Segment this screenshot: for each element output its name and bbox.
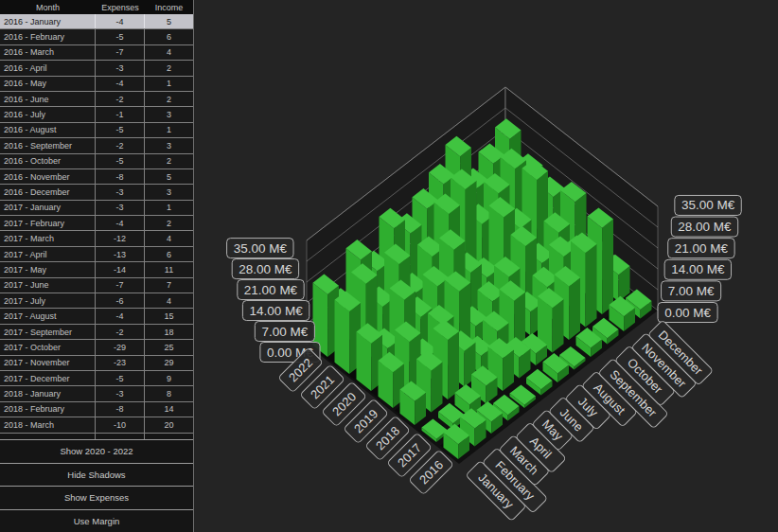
- cell-expenses: -29: [96, 340, 145, 354]
- cell-expenses: -1: [96, 107, 145, 121]
- column-header-expenses: Expenses: [96, 0, 145, 14]
- bar-face-left: [335, 300, 350, 374]
- cell-expenses: -2: [96, 92, 145, 106]
- cell-expenses: -2: [96, 325, 145, 339]
- table-row[interactable]: 2016 - February-56: [0, 29, 193, 44]
- table-row[interactable]: 2016 - July-13: [0, 107, 193, 122]
- cell-income: 1: [145, 201, 193, 215]
- table-row[interactable]: 2017 - August-415: [0, 309, 193, 324]
- table-row[interactable]: 2016 - June-22: [0, 92, 193, 107]
- cell-expenses: -12: [96, 231, 145, 245]
- cell-expenses: -14: [96, 262, 145, 276]
- cell-expenses: -7: [96, 45, 145, 60]
- cell-month: 2017 - August: [0, 309, 96, 323]
- table-row[interactable]: 2016 - January-45: [0, 14, 193, 29]
- table-row[interactable]: 2016 - August-51: [0, 123, 193, 138]
- cell-month: 2017 - July: [0, 293, 96, 308]
- cell-month: 2017 - November: [0, 356, 96, 370]
- table-row[interactable]: 2017 - June-77: [0, 278, 193, 293]
- label-text: 21.00 M€: [675, 241, 729, 256]
- show-years-button[interactable]: Show 2020 - 2022: [0, 439, 193, 463]
- cell-expenses: -10: [96, 417, 145, 432]
- data-table-panel: Month Expenses Income 2016 - January-452…: [0, 0, 194, 532]
- label-text: 14.00 M€: [671, 262, 725, 276]
- label-text: 28.00 M€: [239, 262, 292, 276]
- value-axis-label-left: 7.00 M€: [255, 322, 314, 342]
- cell-income: 4: [145, 45, 193, 60]
- cell-income: 3: [145, 107, 193, 121]
- table-row[interactable]: 2017 - September-218: [0, 325, 193, 340]
- label-text: 7.00 M€: [261, 325, 308, 339]
- cell-income: 25: [145, 340, 193, 354]
- bar-face-right: [553, 299, 564, 352]
- cell-income: 1: [145, 77, 193, 91]
- table-row[interactable]: 2018 - January-38: [0, 386, 193, 401]
- cell-income: 6: [145, 247, 193, 261]
- cell-month: 2016 - April: [0, 61, 96, 75]
- cell-income: 2: [145, 61, 193, 75]
- value-axis-label-right: 28.00 M€: [671, 217, 737, 237]
- table-row[interactable]: 2017 - July-64: [0, 293, 193, 309]
- show-expenses-button[interactable]: Show Expenses: [0, 486, 193, 509]
- cell-month: 2017 - March: [0, 231, 96, 245]
- table-row[interactable]: 2017 - December-59: [0, 371, 193, 386]
- table-row[interactable]: 2017 - February-42: [0, 216, 193, 231]
- cell-month: 2018 - March: [0, 417, 96, 432]
- control-buttons: Show 2020 - 2022 Hide Shadows Show Expen…: [0, 439, 193, 532]
- table-row[interactable]: 2017 - November-2329: [0, 356, 193, 371]
- table-row[interactable]: 2016 - March-74: [0, 45, 193, 61]
- table-row[interactable]: 2016 - April-32: [0, 61, 193, 76]
- cell-income: 4: [145, 293, 193, 308]
- table-row[interactable]: 2016 - October-52: [0, 154, 193, 169]
- bar-face-right: [586, 244, 597, 328]
- label-text: 7.00 M€: [668, 284, 715, 298]
- table-row[interactable]: 2016 - September-23: [0, 138, 193, 153]
- value-axis-label-right: 0.00 M€: [658, 303, 717, 323]
- cell-income: 20: [145, 417, 193, 432]
- cell-month: 2016 - March: [0, 45, 96, 60]
- use-margin-button[interactable]: Use Margin: [0, 509, 193, 532]
- table-row[interactable]: 2017 - April-136: [0, 247, 193, 262]
- label-text: 21.00 M€: [244, 283, 298, 297]
- cell-income: 14: [145, 402, 193, 417]
- cell-expenses: -3: [96, 201, 145, 215]
- table-row[interactable]: 2016 - November-85: [0, 169, 193, 185]
- cell-expenses: -3: [96, 61, 145, 75]
- cell-month: 2016 - May: [0, 77, 96, 91]
- cell-expenses: -23: [96, 356, 145, 370]
- cell-month: 2016 - January: [0, 14, 96, 28]
- app-window: { "table": { "columns": ["Month", "Expen…: [0, 0, 778, 532]
- hide-shadows-button[interactable]: Hide Shadows: [0, 463, 193, 487]
- label-text: 14.00 M€: [249, 304, 303, 318]
- cell-income: 5: [145, 14, 193, 28]
- cell-month: 2017 - December: [0, 371, 96, 385]
- cell-month: 2016 - October: [0, 154, 96, 168]
- table-row[interactable]: 2017 - May-1411: [0, 262, 193, 277]
- cell-month: 2017 - April: [0, 247, 96, 261]
- cell-expenses: -4: [96, 309, 145, 323]
- cell-expenses: -5: [96, 154, 145, 168]
- table-row[interactable]: 2017 - January-31: [0, 201, 193, 216]
- label-text: 35.00 M€: [234, 241, 288, 256]
- cell-expenses: -8: [96, 402, 145, 417]
- value-axis-label-right: 14.00 M€: [664, 259, 731, 279]
- cell-income: 4: [145, 231, 193, 245]
- cell-month: 2017 - January: [0, 201, 96, 215]
- table-row[interactable]: 2016 - December-33: [0, 185, 193, 200]
- table-row[interactable]: 2017 - March-124: [0, 231, 193, 246]
- cell-month: 2016 - June: [0, 92, 96, 106]
- cell-income: 2: [145, 92, 193, 106]
- bar-face-right: [602, 220, 613, 314]
- table-row[interactable]: 2018 - February-814: [0, 402, 193, 417]
- cell-income: 15: [145, 309, 193, 323]
- cell-expenses: -5: [96, 123, 145, 137]
- cell-month: 2017 - September: [0, 325, 96, 339]
- value-axis-label-right: 21.00 M€: [668, 239, 734, 258]
- cell-expenses: -4: [96, 14, 145, 28]
- table-row[interactable]: 2016 - May-41: [0, 77, 193, 92]
- table-row[interactable]: 2018 - March-1020: [0, 417, 193, 433]
- label-text: 35.00 M€: [681, 198, 735, 212]
- cell-income: 2: [145, 154, 193, 168]
- table-row[interactable]: 2017 - October-2925: [0, 340, 193, 355]
- cell-month: 2016 - August: [0, 123, 96, 137]
